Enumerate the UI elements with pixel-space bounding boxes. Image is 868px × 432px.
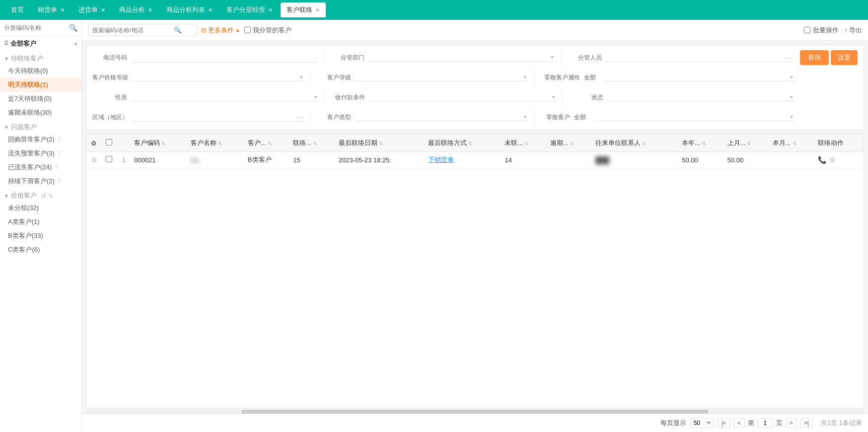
row-name[interactable]: Ea xyxy=(191,156,199,164)
filter-cust-tier-select[interactable]: ▼ xyxy=(355,73,528,81)
filter-retail-cust-select[interactable]: ▼ xyxy=(594,113,794,121)
lost-help-icon[interactable]: ? xyxy=(55,164,58,170)
nav-product-analysis-close[interactable]: ✕ xyxy=(148,7,152,13)
sidebar-item-class-c[interactable]: C类客户(6) xyxy=(0,243,81,257)
filter-price-tier-select[interactable]: ▼ xyxy=(132,73,304,81)
col-this-month-header: 本月... ⇅ xyxy=(770,135,815,152)
next-page-btn[interactable]: > xyxy=(786,418,797,428)
query-btn[interactable]: 查询 xyxy=(800,50,829,65)
sidebar-item-class-a[interactable]: A类客户(1) xyxy=(0,215,81,229)
filter-phone-input[interactable] xyxy=(131,53,317,63)
first-page-btn[interactable]: |< xyxy=(718,418,730,428)
sidebar-class-c-label: C类客户(6) xyxy=(8,245,40,254)
sidebar-item-tomorrow[interactable]: 明天待联络(1) xyxy=(0,78,81,92)
col-code-sort-icon[interactable]: ⇅ xyxy=(161,141,165,146)
sidebar-search-input[interactable] xyxy=(4,24,67,31)
filter-retail-attr-select[interactable]: ▼ xyxy=(604,73,794,81)
abnormal-help-icon[interactable]: ? xyxy=(58,137,61,143)
nav-customer-contact-close[interactable]: ✕ xyxy=(315,7,320,13)
my-customers-checkbox[interactable] xyxy=(244,27,251,33)
filter-nature-select[interactable]: ▼ xyxy=(131,93,318,101)
per-page-select[interactable]: 50 100 200 xyxy=(690,418,714,428)
nav-product-analysis-list-close[interactable]: ✕ xyxy=(208,7,213,13)
table-head: ⚙ 客户编码 ⇅ xyxy=(86,135,864,152)
nav-customer-tier[interactable]: 客户分层经营 ✕ xyxy=(220,2,279,17)
scroll-thumb[interactable] xyxy=(241,410,708,414)
filter-cust-type-select[interactable]: ▼ xyxy=(355,113,528,121)
col-this-year-sort-icon[interactable]: ⇅ xyxy=(702,141,706,146)
gear-header-icon[interactable]: ⚙ xyxy=(91,140,97,147)
col-last-month-sort-icon[interactable]: ⇅ xyxy=(747,141,751,146)
col-name-sort-icon[interactable]: ⇅ xyxy=(218,141,222,146)
row-gear-icon[interactable]: ⚙ xyxy=(91,156,97,164)
sidebar-item-overdue[interactable]: 逾期未联络(30) xyxy=(0,106,81,120)
col-unit-contacts-sort-icon[interactable]: ⇅ xyxy=(642,141,646,146)
col-last-method-sort-icon[interactable]: ⇅ xyxy=(468,141,472,146)
filter-divider-4 xyxy=(534,70,534,85)
filter-manager: 分管人员 ··· xyxy=(567,54,792,62)
settings-btn[interactable]: 设置 xyxy=(831,50,858,65)
filter-status-select[interactable]: ▼ xyxy=(607,93,794,101)
col-last-date-sort-icon[interactable]: ⇅ xyxy=(379,141,383,146)
value-arrow-icon: ▼ xyxy=(4,193,9,199)
value-group-refresh-icon[interactable]: ↺ xyxy=(41,192,46,200)
nav-customer-tier-close[interactable]: ✕ xyxy=(268,7,273,13)
sidebar-item-today[interactable]: 今天待联络(0) xyxy=(0,64,81,78)
col-type-sort-icon[interactable]: ⇅ xyxy=(268,141,272,146)
problem-arrow-icon: ▼ xyxy=(4,125,9,130)
main-search-icon[interactable]: 🔍 xyxy=(174,26,182,34)
action-grid-icon[interactable]: ⊞ xyxy=(829,156,835,164)
sidebar-item-abnormal[interactable]: 回购异常客户(2) ? xyxy=(0,133,81,146)
select-all-checkbox[interactable] xyxy=(106,139,112,145)
row-last-month: 50.00 xyxy=(727,156,744,164)
sidebar-item-class-b[interactable]: B类客户(33) xyxy=(0,229,81,243)
sidebar-all-customers[interactable]: ⠿ 全部客户 « xyxy=(0,36,81,51)
prev-page-btn[interactable]: < xyxy=(733,418,745,428)
lost-risk-help-icon[interactable]: ? xyxy=(58,150,61,156)
batch-ops-btn[interactable]: 批量操作 xyxy=(804,26,839,35)
filter-retail-cust-label: 零散客户 xyxy=(540,113,570,122)
sidebar-class-a-label: A类客户(1) xyxy=(8,217,40,226)
sidebar-item-lost-risk[interactable]: 流失预警客户(3) ? xyxy=(0,146,81,160)
main-search-input[interactable] xyxy=(92,27,172,34)
page-input[interactable] xyxy=(757,418,773,428)
filter-manager-dots[interactable]: ··· xyxy=(785,54,792,62)
row-last-method[interactable]: 下销货单 xyxy=(428,156,454,163)
col-contact-count-sort-icon[interactable]: ⇅ xyxy=(313,141,317,146)
sidebar-collapse-icon[interactable]: « xyxy=(74,40,77,47)
nav-product-analysis-list[interactable]: 商品分析列表 ✕ xyxy=(160,2,218,17)
pending-arrow-icon: ▼ xyxy=(4,56,9,62)
horizontal-scrollbar[interactable] xyxy=(86,410,864,414)
sidebar-search-icon[interactable]: 🔍 xyxy=(69,24,77,32)
row-not-contacted: 14 xyxy=(505,156,511,164)
col-not-contacted-sort-icon[interactable]: ⇅ xyxy=(524,141,528,146)
filter-payment-select[interactable]: ▼ xyxy=(369,93,556,101)
col-gear-header: ⚙ xyxy=(86,135,101,152)
declining-help-icon[interactable]: ? xyxy=(58,178,61,184)
batch-ops-checkbox[interactable] xyxy=(804,27,810,33)
col-overdue-sort-icon[interactable]: ⇅ xyxy=(570,141,574,146)
more-filters-btn[interactable]: ⊟ 更多条件 ▲ xyxy=(201,26,240,35)
sidebar-item-lost[interactable]: 已流失客户(24) ? xyxy=(0,160,81,174)
sidebar-item-ungrouped[interactable]: 未分组(32) xyxy=(0,201,81,215)
filter-region-dots[interactable]: ··· xyxy=(296,113,304,121)
nav-purchase[interactable]: 进货单 ✕ xyxy=(72,2,111,17)
filter-dept-select[interactable]: ▼ xyxy=(368,54,555,62)
filter-cust-type-arrow: ▼ xyxy=(523,114,528,120)
sidebar-item-week[interactable]: 近7天待联络(0) xyxy=(0,92,81,106)
sidebar-item-declining[interactable]: 持续下滑客户(2) ? xyxy=(0,174,81,188)
nav-product-analysis[interactable]: 商品分析 ✕ xyxy=(113,2,158,17)
export-btn[interactable]: ↑ 导出 xyxy=(845,26,863,35)
nav-purchase-close[interactable]: ✕ xyxy=(101,7,105,13)
action-phone-icon[interactable]: 📞 xyxy=(818,156,826,164)
nav-sales-close[interactable]: ✕ xyxy=(60,7,65,13)
nav-sales[interactable]: 销货单 ✕ xyxy=(32,2,71,17)
row-checkbox[interactable] xyxy=(106,156,112,162)
col-check-header xyxy=(101,135,116,152)
my-customers-filter[interactable]: 我分管的客户 xyxy=(244,26,291,35)
last-page-btn[interactable]: >| xyxy=(800,418,813,428)
nav-home[interactable]: 首页 xyxy=(5,2,30,17)
nav-customer-contact[interactable]: 客户联络 ✕ xyxy=(281,2,326,17)
value-group-edit-icon[interactable]: ✎ xyxy=(48,192,54,200)
col-this-month-sort-icon[interactable]: ⇅ xyxy=(793,141,796,146)
